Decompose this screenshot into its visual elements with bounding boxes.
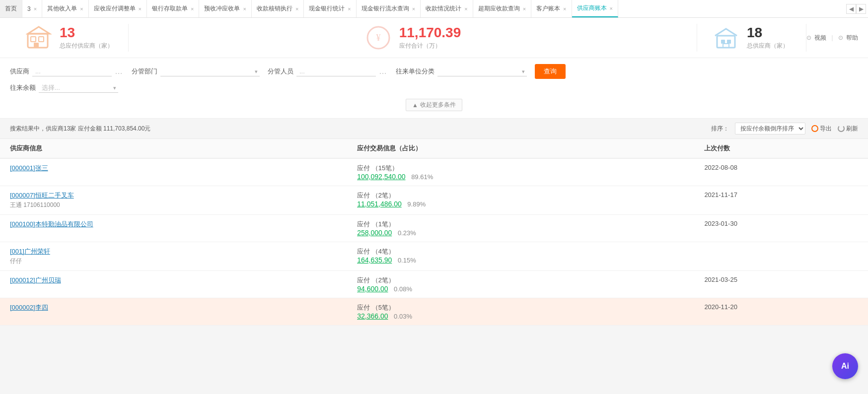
money-icon: ¥ bbox=[364, 24, 392, 52]
nav-tab-bank-close[interactable]: × bbox=[191, 6, 194, 12]
supplier-link[interactable]: [000002]李四 bbox=[10, 304, 48, 311]
sort-select[interactable]: 按应付余额倒序排序 bbox=[735, 123, 805, 134]
nav-tab-cash-flow-close[interactable]: × bbox=[412, 6, 415, 12]
amount-link[interactable]: 94,600.00 bbox=[357, 285, 388, 293]
export-icon bbox=[811, 125, 818, 132]
supplier-link[interactable]: [000012]广州贝瑞 bbox=[10, 276, 61, 284]
supplier-link[interactable]: [000100]本特勤油品有限公司 bbox=[10, 220, 93, 228]
supplier-link[interactable]: [000001]张三 bbox=[10, 164, 48, 172]
store-icon bbox=[712, 24, 740, 52]
top-right-links: ⊙ 视频 ｜ ⊙ 帮助 bbox=[806, 34, 858, 42]
tx-info-cell: 应付 （15笔） 100,092,540.00 89.61% bbox=[347, 158, 694, 186]
amount-link[interactable]: 32,366.00 bbox=[357, 312, 388, 320]
amount-link[interactable]: 164,635.90 bbox=[357, 256, 392, 264]
result-info: 搜索结果中，供应商13家 应付金额 111,703,854.00元 bbox=[10, 125, 150, 133]
col-header-last-pay: 上次付数 bbox=[694, 139, 868, 158]
svg-rect-2 bbox=[39, 37, 44, 42]
nav-tab-cash-stat[interactable]: 现金银行统计 × bbox=[304, 0, 356, 17]
collapse-bar: ▲ 收起更多条件 bbox=[10, 97, 858, 114]
nav-tab-other-income[interactable]: 其他收入单 × bbox=[42, 0, 88, 17]
tx-label-line: 应付 （2笔） bbox=[357, 276, 684, 285]
supplier-dots-icon[interactable]: … bbox=[115, 67, 124, 76]
nav-tab-collect-stat-label: 收款情况统计 bbox=[426, 4, 461, 13]
nav-next-arrow[interactable]: ▶ bbox=[856, 4, 866, 14]
export-button[interactable]: 导出 bbox=[811, 125, 832, 133]
tx-pct: 0.15% bbox=[398, 257, 416, 264]
video-link[interactable]: 视频 bbox=[814, 34, 826, 42]
last-pay-date: 2020-11-20 bbox=[704, 303, 737, 311]
nav-tab-collect[interactable]: 收款核销执行 × bbox=[252, 0, 304, 17]
amount-link[interactable]: 258,000.00 bbox=[357, 229, 392, 237]
refresh-button[interactable]: 刷新 bbox=[838, 125, 858, 133]
tx-label-line: 应付 （15笔） bbox=[357, 164, 684, 173]
person-filter-label: 分管人员 bbox=[268, 67, 293, 76]
svg-marker-4 bbox=[28, 27, 50, 34]
supplier-info-cell: [000012]广州贝瑞 bbox=[0, 271, 347, 298]
nav-tab-adjustment[interactable]: 应收应付调整单 × bbox=[89, 0, 147, 17]
nav-tab-collect-label: 收款核销执行 bbox=[257, 4, 292, 13]
nav-tab-home[interactable]: 首页 bbox=[0, 0, 22, 17]
nav-tab-cash-flow[interactable]: 现金银行流水查询 × bbox=[357, 0, 421, 17]
nav-tab-customer[interactable]: 客户账本 × bbox=[531, 0, 572, 17]
supplier-info-cell: [000100]本特勤油品有限公司 bbox=[0, 215, 347, 242]
nav-tab-prepay-close[interactable]: × bbox=[243, 6, 246, 12]
nav-tab-supplier-close[interactable]: × bbox=[610, 5, 613, 11]
balance-filter-input[interactable] bbox=[39, 83, 118, 93]
category-filter-input[interactable] bbox=[437, 66, 527, 76]
supplier-info-cell: [000002]李四 bbox=[0, 298, 347, 326]
tx-count: （4笔） bbox=[372, 248, 395, 255]
supplier-link[interactable]: [000007]恒旺二手叉车 bbox=[10, 192, 74, 199]
nav-tab-3[interactable]: 3 × bbox=[22, 0, 42, 17]
supplier-filter-input[interactable] bbox=[32, 66, 112, 76]
nav-tab-supplier[interactable]: 供应商账本 × bbox=[572, 0, 618, 17]
tx-pct: 0.23% bbox=[398, 229, 416, 237]
tx-count: （2笔） bbox=[372, 192, 395, 199]
stat-payable-amount: ¥ 11,170.39 应付合计（万） bbox=[129, 24, 697, 52]
nav-tab-prepay[interactable]: 预收冲应收单 × bbox=[199, 0, 251, 17]
tx-label: 应付 bbox=[357, 192, 370, 199]
dept-filter-label: 分管部门 bbox=[132, 67, 157, 76]
dept-filter-input[interactable] bbox=[160, 66, 260, 76]
nav-tab-other-income-close[interactable]: × bbox=[80, 6, 83, 12]
last-pay-cell bbox=[694, 242, 868, 271]
tx-label: 应付 bbox=[357, 304, 370, 311]
tx-amount-line: 258,000.00 0.23% bbox=[357, 229, 684, 237]
stats-row: 13 总应付供应商（家） ¥ 11,170.39 应付合计（万） bbox=[0, 18, 868, 58]
last-pay-cell: 2022-08-08 bbox=[694, 158, 868, 186]
nav-tab-overdue-close[interactable]: × bbox=[523, 6, 526, 12]
collapse-up-icon: ▲ bbox=[412, 102, 418, 109]
query-button[interactable]: 查询 bbox=[535, 64, 566, 79]
nav-tab-collect-stat[interactable]: 收款情况统计 × bbox=[421, 0, 473, 17]
collapse-button[interactable]: ▲ 收起更多条件 bbox=[406, 99, 462, 111]
supplier-link[interactable]: [001]广州荣轩 bbox=[10, 248, 50, 255]
person-dots-icon[interactable]: … bbox=[379, 67, 388, 76]
nav-scroll-arrows: ◀ ▶ bbox=[844, 4, 868, 14]
nav-tab-adjustment-close[interactable]: × bbox=[139, 6, 142, 12]
stat-payable-suppliers-value: 13 bbox=[60, 25, 113, 41]
svg-rect-9 bbox=[727, 40, 731, 44]
nav-tab-3-close[interactable]: × bbox=[34, 6, 37, 12]
supplier-info-cell: [001]广州荣轩仔仔 bbox=[0, 242, 347, 271]
stat-payable-suppliers-label: 总应付供应商（家） bbox=[60, 42, 113, 50]
nav-prev-arrow[interactable]: ◀ bbox=[846, 4, 856, 14]
nav-tab-overdue[interactable]: 超期应收款查询 × bbox=[473, 0, 531, 17]
person-filter-input[interactable] bbox=[296, 66, 376, 76]
nav-tab-overdue-label: 超期应收款查询 bbox=[478, 4, 520, 13]
tx-amount-line: 164,635.90 0.15% bbox=[357, 256, 684, 264]
tx-info-cell: 应付 （4笔） 164,635.90 0.15% bbox=[347, 242, 694, 271]
help-link[interactable]: 帮助 bbox=[846, 34, 858, 42]
nav-tab-collect-stat-close[interactable]: × bbox=[464, 6, 467, 12]
tx-label-line: 应付 （5笔） bbox=[357, 303, 684, 312]
amount-link[interactable]: 100,092,540.00 bbox=[357, 173, 405, 181]
nav-tab-customer-close[interactable]: × bbox=[563, 6, 566, 12]
filter-row-2: 往来余额 ▾ bbox=[10, 83, 858, 93]
filter-row-1: 供应商 … 分管部门 ▾ 分管人员 … 往来单位分类 ▾ 查询 bbox=[10, 64, 858, 79]
amount-link[interactable]: 11,051,486.00 bbox=[357, 200, 402, 208]
svg-text:¥: ¥ bbox=[376, 33, 380, 43]
nav-tab-collect-close[interactable]: × bbox=[295, 6, 298, 12]
nav-tab-bank[interactable]: 银行存取款单 × bbox=[147, 0, 199, 17]
filter-balance: 往来余额 ▾ bbox=[10, 83, 118, 93]
nav-tab-cash-stat-close[interactable]: × bbox=[348, 6, 351, 12]
supplier-icon bbox=[25, 24, 53, 52]
tx-label: 应付 bbox=[357, 164, 370, 172]
